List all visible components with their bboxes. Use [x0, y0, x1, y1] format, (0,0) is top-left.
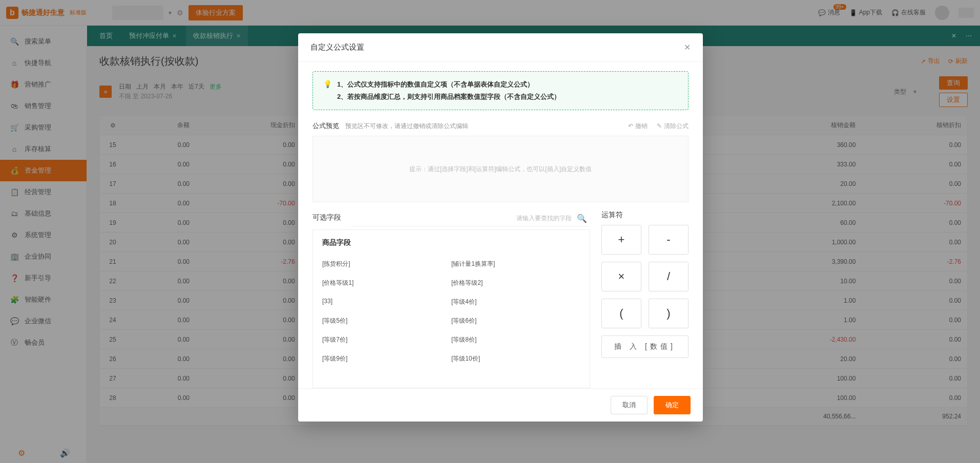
field-item[interactable]: [等级6价] — [451, 311, 580, 330]
operators-column: 运算符 +-×/()插 入 [数值] — [601, 211, 689, 388]
operators-title: 运算符 — [601, 211, 689, 220]
clear-button[interactable]: ✎ 清除公式 — [657, 122, 689, 131]
field-search-input[interactable] — [351, 211, 574, 226]
modal-footer: 取消 确定 — [298, 388, 703, 422]
close-icon[interactable]: ✕ — [684, 43, 691, 52]
tip-line-2: 2、若按商品维度汇总，则支持引用商品档案数值型字段（不含自定义公式） — [337, 93, 560, 100]
preview-placeholder: 提示：通过[选择字段]和[运算符]编辑公式，也可以[插入]自定义数值 — [409, 165, 592, 174]
field-item[interactable]: [等级5价] — [322, 311, 451, 330]
editor-columns: 可选字段 🔍 商品字段 [拣货积分][辅计量1换算率][价格等级1][价格等级2… — [298, 211, 703, 388]
operator-button[interactable]: ( — [601, 299, 641, 328]
search-icon[interactable]: 🔍 — [574, 214, 590, 223]
field-panel[interactable]: 商品字段 [拣货积分][辅计量1换算率][价格等级1][价格等级2][33][等… — [312, 229, 590, 388]
field-group-title: 商品字段 — [313, 230, 590, 255]
field-item[interactable]: [等级9价] — [322, 349, 451, 368]
operator-button[interactable]: ) — [649, 299, 689, 328]
undo-button[interactable]: ↶ 撤销 — [628, 122, 648, 131]
field-item[interactable]: [33] — [322, 292, 451, 311]
fields-title: 可选字段 — [312, 213, 341, 222]
fields-column: 可选字段 🔍 商品字段 [拣货积分][辅计量1换算率][价格等级1][价格等级2… — [312, 211, 590, 388]
operator-button[interactable]: / — [649, 262, 689, 291]
lightbulb-icon: 💡 — [323, 80, 332, 101]
formula-modal: 自定义公式设置 ✕ 💡 1、公式仅支持指标中的数值自定义项（不含单据表体自定义公… — [298, 33, 703, 422]
ok-button[interactable]: 确定 — [654, 396, 691, 414]
field-item[interactable]: [拣货积分] — [322, 255, 451, 273]
tip-line-1: 1、公式仅支持指标中的数值自定义项（不含单据表体自定义公式） — [337, 80, 534, 88]
field-item[interactable]: [等级4价] — [451, 292, 580, 311]
field-item[interactable]: [辅计量1换算率] — [451, 255, 580, 273]
field-item[interactable]: [价格等级2] — [451, 273, 580, 292]
preview-header: 公式预览 预览区不可修改，请通过撤销或清除公式编辑 ↶ 撤销 ✎ 清除公式 — [298, 119, 703, 136]
modal-title: 自定义公式设置 — [310, 43, 364, 52]
tip-box: 💡 1、公式仅支持指标中的数值自定义项（不含单据表体自定义公式） 2、若按商品维… — [312, 71, 689, 110]
cancel-button[interactable]: 取消 — [611, 396, 648, 414]
preview-hint: 预览区不可修改，请通过撤销或清除公式编辑 — [345, 122, 468, 131]
field-item[interactable]: [等级10价] — [451, 349, 580, 368]
preview-title: 公式预览 — [312, 121, 339, 131]
field-item[interactable]: [等级7价] — [322, 330, 451, 349]
operator-button[interactable]: + — [601, 225, 641, 255]
field-item[interactable]: [价格等级1] — [322, 273, 451, 292]
formula-preview: 提示：通过[选择字段]和[运算符]编辑公式，也可以[插入]自定义数值 — [312, 136, 689, 202]
field-item[interactable]: [等级8价] — [451, 330, 580, 349]
modal-header: 自定义公式设置 ✕ — [298, 33, 703, 62]
operator-button[interactable]: × — [601, 262, 641, 291]
insert-value-button[interactable]: 插 入 [数值] — [601, 335, 689, 358]
operator-button[interactable]: - — [649, 225, 689, 255]
